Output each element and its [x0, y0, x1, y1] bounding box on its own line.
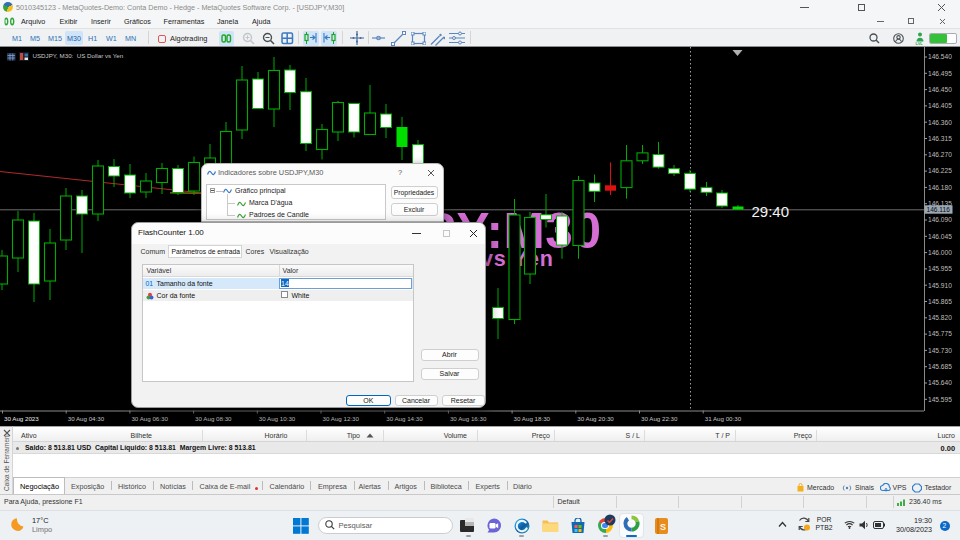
svg-text:146.180: 146.180 — [928, 184, 952, 191]
svg-text:146.000: 146.000 — [928, 249, 952, 256]
svg-text:30 Aug 20:30: 30 Aug 20:30 — [577, 415, 614, 422]
svg-text:145.955: 145.955 — [928, 265, 952, 272]
svg-text:146.090: 146.090 — [928, 216, 952, 223]
svg-text:30 Aug 06:30: 30 Aug 06:30 — [131, 415, 168, 422]
svg-text:30 Aug 08:30: 30 Aug 08:30 — [195, 415, 232, 422]
svg-text:146.116: 146.116 — [927, 206, 951, 213]
svg-text:146.495: 146.495 — [928, 70, 952, 77]
svg-text:146.270: 146.270 — [928, 151, 952, 158]
svg-text:145.820: 145.820 — [928, 314, 952, 321]
svg-text:30 Aug 2023: 30 Aug 2023 — [4, 415, 39, 422]
svg-text:145.685: 145.685 — [928, 363, 952, 370]
svg-text:145.595: 145.595 — [928, 396, 952, 403]
svg-text:146.315: 146.315 — [928, 135, 952, 142]
svg-text:30 Aug 10:30: 30 Aug 10:30 — [259, 415, 296, 422]
svg-text:145.910: 145.910 — [928, 282, 952, 289]
svg-text:30 Aug 12:30: 30 Aug 12:30 — [323, 415, 360, 422]
svg-text:146.360: 146.360 — [928, 119, 952, 126]
svg-text:146.225: 146.225 — [928, 167, 952, 174]
svg-text:30 Aug 16:30: 30 Aug 16:30 — [450, 415, 487, 422]
svg-text:146.045: 146.045 — [928, 233, 952, 240]
svg-text:S: S — [660, 522, 666, 532]
svg-text:145.865: 145.865 — [928, 298, 952, 305]
svg-text:145.775: 145.775 — [928, 330, 952, 337]
svg-text:30 Aug 04:30: 30 Aug 04:30 — [68, 415, 105, 422]
svg-text:145.640: 145.640 — [928, 379, 952, 386]
svg-text:146.450: 146.450 — [928, 86, 952, 93]
svg-text:30 Aug 22:30: 30 Aug 22:30 — [641, 415, 678, 422]
svg-text:146.405: 146.405 — [928, 102, 952, 109]
svg-text:145.730: 145.730 — [928, 347, 952, 354]
svg-text:146.540: 146.540 — [928, 53, 952, 60]
svg-text:LVL: LVL — [916, 40, 924, 44]
svg-text:30 Aug 14:30: 30 Aug 14:30 — [386, 415, 423, 422]
svg-text:31 Aug 00:30: 31 Aug 00:30 — [705, 415, 742, 422]
svg-text:30 Aug 18:30: 30 Aug 18:30 — [514, 415, 551, 422]
